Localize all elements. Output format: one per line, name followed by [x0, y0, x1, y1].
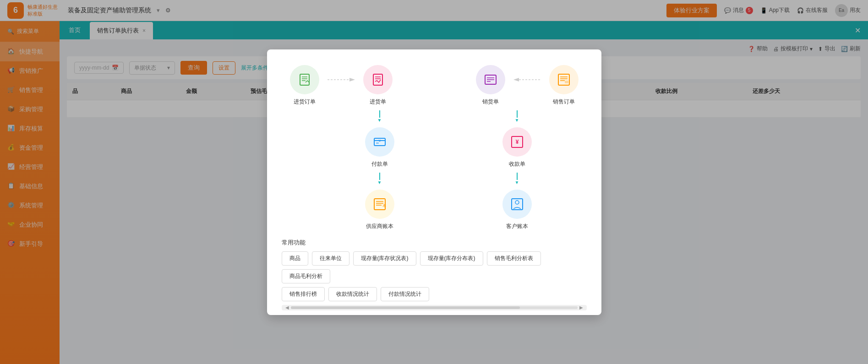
- flow-modal: 进货订单: [267, 49, 601, 315]
- svg-rect-15: [558, 74, 569, 85]
- svg-rect-0: [300, 74, 309, 85]
- arrow-pb-to-pay: ▼: [377, 110, 382, 123]
- flow-node-sale-bill[interactable]: 销货单: [468, 60, 513, 110]
- svg-marker-14: [513, 78, 519, 81]
- func-payment-stat[interactable]: 付款情况统计: [381, 287, 429, 301]
- svg-text:¥: ¥: [515, 139, 519, 145]
- func-stock-status[interactable]: 现存量(库存状况表): [353, 251, 416, 266]
- common-functions-section: 常用功能 商品 往来单位 现存量(库存状况表) 现存量(库存分布表) 销售毛利分…: [282, 239, 587, 301]
- svg-point-32: [515, 201, 519, 204]
- flow-node-purchase-bill[interactable]: 进货单: [355, 60, 401, 110]
- supplier-account-icon: 本: [365, 190, 394, 219]
- supplier-account-label: 供应商账本: [366, 223, 393, 230]
- flow-node-supplier-account[interactable]: 本 供应商账本: [357, 185, 403, 235]
- purchase-order-label: 进货订单: [294, 98, 316, 106]
- arrow-pay-to-supplier: ▼: [377, 173, 382, 185]
- func-sales-rank[interactable]: 销售排行榜: [282, 287, 325, 301]
- func-receipt-stat[interactable]: 收款情况统计: [328, 287, 377, 301]
- flow-node-receipt[interactable]: ¥ 收款单: [494, 123, 540, 173]
- modal-overlay[interactable]: 进货订单: [0, 0, 868, 364]
- sale-order-label: 销售订单: [553, 98, 575, 106]
- flow-node-sale-order[interactable]: 销售订单: [541, 60, 587, 110]
- sale-bill-label: 销货单: [482, 98, 499, 106]
- flow-node-purchase-order[interactable]: 进货订单: [282, 60, 328, 110]
- func-stock-dist[interactable]: 现存量(库存分布表): [420, 251, 483, 266]
- payment-label: 付款单: [371, 160, 388, 168]
- scroll-left-arrow[interactable]: ◀: [284, 305, 291, 310]
- flow-node-payment[interactable]: ¥ 付款单: [357, 123, 403, 173]
- svg-rect-6: [373, 74, 382, 85]
- arrow-so-to-sb: [513, 76, 541, 94]
- common-functions-title: 常用功能: [282, 239, 587, 247]
- horizontal-scrollbar[interactable]: ◀ ▶: [282, 305, 587, 310]
- func-row-1: 商品 往来单位 现存量(库存状况表) 现存量(库存分布表) 销售毛利分析表 商品…: [282, 251, 587, 283]
- customer-account-label: 客户账本: [506, 223, 528, 230]
- func-product-margin[interactable]: 商品毛利分析: [282, 269, 330, 283]
- arrow-po-to-pb: [328, 76, 355, 94]
- customer-account-icon: [502, 190, 532, 219]
- func-sales-margin[interactable]: 销售毛利分析表: [487, 251, 541, 266]
- scroll-thumb[interactable]: [291, 306, 520, 309]
- purchase-bill-label: 进货单: [370, 98, 386, 106]
- svg-text:¥: ¥: [378, 139, 381, 143]
- svg-text:本: 本: [382, 204, 386, 208]
- func-row-2: 销售排行榜 收款情况统计 付款情况统计: [282, 287, 587, 301]
- receipt-label: 收款单: [509, 160, 525, 168]
- receipt-icon: ¥: [502, 127, 532, 157]
- scroll-right-arrow[interactable]: ▶: [578, 305, 585, 310]
- payment-icon: ¥: [365, 127, 394, 157]
- scroll-track[interactable]: [291, 306, 578, 309]
- purchase-bill-icon: [363, 65, 393, 94]
- flow-node-customer-account[interactable]: 客户账本: [494, 185, 540, 235]
- svg-marker-5: [349, 78, 355, 81]
- sale-order-icon: [549, 65, 579, 94]
- sale-bill-icon: [476, 65, 505, 94]
- arrow-sb-to-rec: ▼: [515, 110, 519, 123]
- svg-rect-19: [565, 81, 568, 83]
- arrow-rec-to-customer: ▼: [515, 173, 519, 185]
- func-product[interactable]: 商品: [282, 251, 308, 266]
- func-partners[interactable]: 往来单位: [312, 251, 349, 266]
- purchase-order-icon: [290, 65, 319, 94]
